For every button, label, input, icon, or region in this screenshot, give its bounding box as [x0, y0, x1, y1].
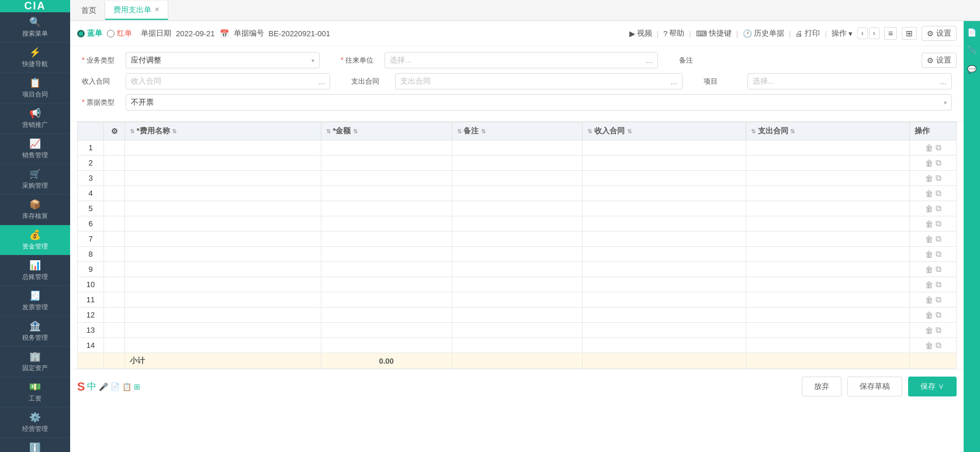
copy-row-icon[interactable]: ⧉: [936, 234, 941, 244]
row-income-contract[interactable]: [583, 201, 746, 216]
sidebar-item-accounting[interactable]: 📊 总账管理: [0, 256, 70, 286]
row-expense-contract[interactable]: [746, 308, 910, 323]
row-income-contract[interactable]: [583, 186, 746, 201]
copy-row-icon[interactable]: ⧉: [936, 158, 941, 168]
sidebar-item-tax[interactable]: 🏦 税务管理: [0, 316, 70, 347]
row-income-contract[interactable]: [583, 156, 746, 171]
row-income-contract[interactable]: [583, 308, 746, 323]
delete-row-icon[interactable]: 🗑: [925, 326, 933, 335]
row-expense-contract[interactable]: [746, 323, 910, 338]
copy-row-icon[interactable]: ⧉: [936, 249, 941, 259]
row-remark[interactable]: [452, 323, 583, 338]
delete-row-icon[interactable]: 🗑: [925, 310, 933, 320]
row-amount[interactable]: [321, 247, 452, 262]
right-float-attach[interactable]: 📎: [964, 42, 980, 58]
row-amount[interactable]: [321, 277, 452, 292]
income-contract-input[interactable]: 收入合同 ...: [126, 73, 330, 89]
blue-single-radio[interactable]: 蓝单: [77, 28, 102, 39]
row-expense-name[interactable]: [125, 140, 321, 156]
row-remark[interactable]: [452, 140, 583, 156]
copy-row-icon[interactable]: ⧉: [936, 340, 941, 350]
counterpart-input[interactable]: 选择... ...: [385, 52, 658, 68]
delete-row-icon[interactable]: 🗑: [925, 174, 933, 183]
row-amount[interactable]: [321, 323, 452, 338]
copy-row-icon[interactable]: ⧉: [936, 219, 941, 229]
field-settings-button[interactable]: ⚙ 设置: [922, 53, 957, 68]
copy-row-icon[interactable]: ⧉: [936, 310, 941, 320]
tab-close-icon[interactable]: ✕: [154, 6, 160, 13]
save-draft-button[interactable]: 保存草稿: [847, 377, 902, 396]
actions-button[interactable]: 操作 ▾: [832, 28, 853, 39]
row-expense-name[interactable]: [125, 292, 321, 308]
row-income-contract[interactable]: [583, 171, 746, 186]
copy-row-icon[interactable]: ⧉: [936, 280, 941, 289]
column-gear-icon[interactable]: ⚙: [111, 127, 118, 136]
row-expense-name[interactable]: [125, 262, 321, 277]
sidebar-item-project-contract[interactable]: 📋 项目合同: [0, 73, 70, 103]
copy-row-icon[interactable]: ⧉: [936, 203, 941, 213]
row-expense-contract[interactable]: [746, 262, 910, 277]
row-income-contract[interactable]: [583, 247, 746, 262]
right-float-comment[interactable]: 💬: [964, 59, 980, 78]
row-amount[interactable]: [321, 216, 452, 232]
th-expense-contract[interactable]: ⇅ 支出合同 ⇅: [746, 122, 910, 140]
th-gear[interactable]: ⚙: [104, 122, 125, 140]
row-remark[interactable]: [452, 338, 583, 353]
row-amount[interactable]: [321, 232, 452, 247]
calendar-icon[interactable]: 📅: [220, 29, 229, 38]
row-amount[interactable]: [321, 338, 452, 353]
tab-expense[interactable]: 费用支出单 ✕: [105, 1, 168, 20]
video-button[interactable]: ▶ 视频: [629, 28, 652, 39]
row-expense-name[interactable]: [125, 232, 321, 247]
row-income-contract[interactable]: [583, 140, 746, 156]
invoice-type-input[interactable]: 不开票 ▾: [126, 94, 952, 111]
delete-row-icon[interactable]: 🗑: [925, 341, 933, 350]
shortcuts-button[interactable]: ⌨ 快捷键: [696, 28, 732, 39]
delete-row-icon[interactable]: 🗑: [925, 250, 933, 259]
th-expense-name[interactable]: ⇅ *费用名称 ⇅: [125, 122, 321, 140]
row-income-contract[interactable]: [583, 277, 746, 292]
sidebar-item-ops[interactable]: ⚙️ 经营管理: [0, 408, 70, 438]
prev-button[interactable]: ‹: [857, 27, 868, 39]
row-remark[interactable]: [452, 292, 583, 308]
row-remark[interactable]: [452, 277, 583, 292]
row-expense-contract[interactable]: [746, 232, 910, 247]
row-amount[interactable]: [321, 156, 452, 171]
row-expense-name[interactable]: [125, 338, 321, 353]
row-remark[interactable]: [452, 262, 583, 277]
sidebar-item-invoice[interactable]: 🧾 发票管理: [0, 286, 70, 316]
row-amount[interactable]: [321, 171, 452, 186]
tab-home[interactable]: 首页: [73, 2, 105, 19]
row-income-contract[interactable]: [583, 323, 746, 338]
delete-row-icon[interactable]: 🗑: [925, 143, 933, 153]
row-income-contract[interactable]: [583, 292, 746, 308]
row-remark[interactable]: [452, 232, 583, 247]
sidebar-item-sales[interactable]: 📈 销售管理: [0, 134, 70, 164]
th-remark[interactable]: ⇅ 备注 ⇅: [452, 122, 583, 140]
row-income-contract[interactable]: [583, 262, 746, 277]
row-income-contract[interactable]: [583, 232, 746, 247]
list-view-button[interactable]: ⊞: [902, 27, 917, 40]
row-expense-contract[interactable]: [746, 140, 910, 156]
delete-row-icon[interactable]: 🗑: [925, 265, 933, 274]
copy-row-icon[interactable]: ⧉: [936, 143, 941, 153]
th-amount[interactable]: ⇅ *金额 ⇅: [321, 122, 452, 140]
next-button[interactable]: ›: [869, 27, 879, 39]
settings-button[interactable]: ⚙ 设置: [922, 26, 957, 41]
row-amount[interactable]: [321, 308, 452, 323]
th-income-contract[interactable]: ⇅ 收入合同 ⇅: [583, 122, 746, 140]
row-expense-name[interactable]: [125, 308, 321, 323]
row-remark[interactable]: [452, 308, 583, 323]
row-remark[interactable]: [452, 156, 583, 171]
sidebar-item-purchase[interactable]: 🛒 采购管理: [0, 164, 70, 195]
row-expense-contract[interactable]: [746, 201, 910, 216]
row-expense-name[interactable]: [125, 171, 321, 186]
delete-row-icon[interactable]: 🗑: [925, 189, 933, 198]
row-amount[interactable]: [321, 201, 452, 216]
row-amount[interactable]: [321, 262, 452, 277]
row-expense-contract[interactable]: [746, 156, 910, 171]
sidebar-item-quick-nav[interactable]: ⚡ 快捷导航: [0, 43, 70, 73]
row-amount[interactable]: [321, 292, 452, 308]
copy-row-icon[interactable]: ⧉: [936, 325, 941, 335]
row-expense-name[interactable]: [125, 156, 321, 171]
